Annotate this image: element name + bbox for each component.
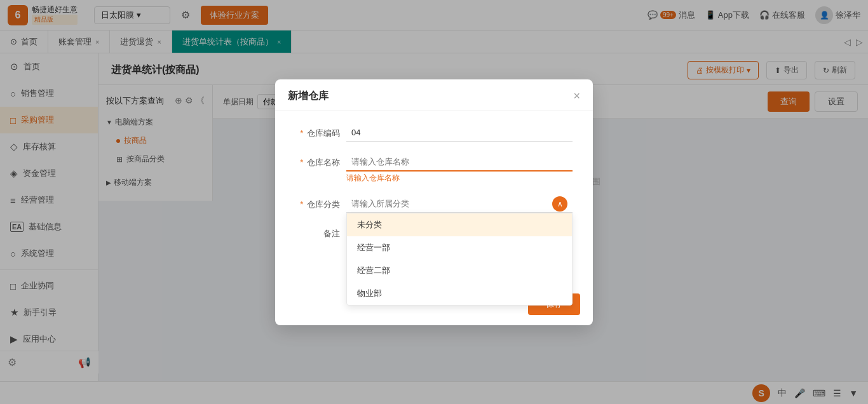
name-input-wrap: 请输入仓库名称 — [346, 153, 573, 184]
category-label-text: 仓库分类 — [307, 199, 340, 209]
note-label: 备注 — [295, 224, 346, 239]
modal-backdrop: 新增仓库 × * 仓库编码 * 仓库名称 — [0, 0, 868, 404]
form-row-code: * 仓库编码 — [295, 124, 573, 142]
category-input[interactable] — [346, 195, 573, 213]
category-required-mark: * — [300, 199, 303, 209]
name-input[interactable] — [346, 153, 573, 172]
modal-body: * 仓库编码 * 仓库名称 请输入仓库名称 — [275, 111, 593, 286]
name-error-msg: 请输入仓库名称 — [346, 173, 573, 184]
category-label: * 仓库分类 — [295, 195, 346, 210]
dropdown-item-dept2[interactable]: 经营二部 — [347, 259, 572, 282]
dropdown-item-dept1[interactable]: 经营一部 — [347, 236, 572, 259]
code-label-text: 仓库编码 — [307, 128, 340, 138]
code-input-wrap — [346, 124, 573, 142]
category-dropdown: 未分类 经营一部 经营二部 物业部 — [346, 213, 573, 306]
name-label: * 仓库名称 — [295, 153, 346, 168]
form-row-name: * 仓库名称 请输入仓库名称 — [295, 153, 573, 184]
name-required-mark: * — [300, 158, 303, 167]
modal-title: 新增仓库 — [288, 90, 329, 103]
add-warehouse-modal: 新增仓库 × * 仓库编码 * 仓库名称 — [275, 79, 593, 325]
form-row-category: * 仓库分类 ∧ 未分类 经营一部 经营二部 物业部 — [295, 195, 573, 213]
modal-close-button[interactable]: × — [573, 90, 580, 103]
name-label-text: 仓库名称 — [307, 158, 340, 167]
code-label: * 仓库编码 — [295, 124, 346, 139]
note-label-text: 备注 — [323, 229, 340, 238]
category-select-wrap: ∧ 未分类 经营一部 经营二部 物业部 — [346, 195, 573, 213]
dropdown-item-dept3[interactable]: 物业部 — [347, 282, 572, 305]
code-required-mark: * — [300, 128, 303, 138]
dropdown-item-unclassified[interactable]: 未分类 — [347, 213, 572, 236]
modal-header: 新增仓库 × — [275, 79, 593, 111]
code-input[interactable] — [346, 124, 573, 142]
category-toggle-button[interactable]: ∧ — [552, 196, 567, 212]
